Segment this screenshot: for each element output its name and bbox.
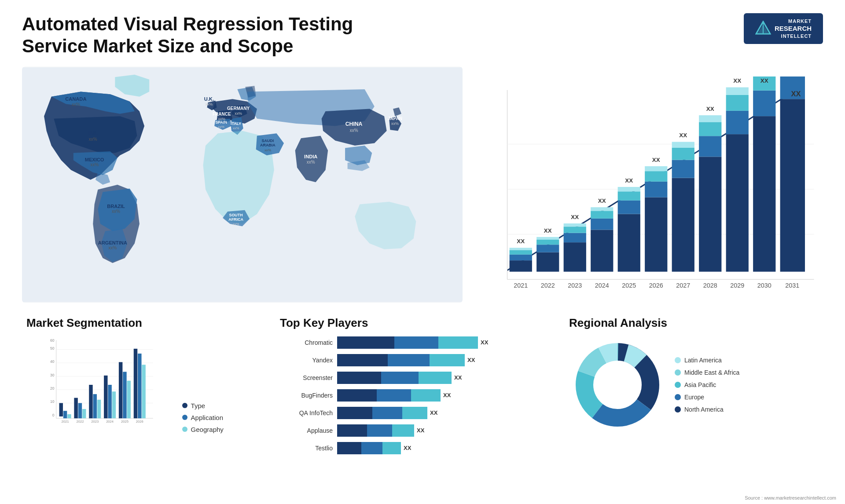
donut-area: Latin America Middle East & Africa Asia …	[569, 336, 832, 433]
svg-text:xx%: xx%	[218, 125, 224, 129]
svg-text:40: 40	[50, 359, 55, 364]
legend-dot-geography	[182, 427, 187, 432]
svg-rect-92	[726, 111, 749, 134]
svg-rect-55	[564, 242, 586, 272]
segmentation-title: Market Segmentation	[26, 316, 258, 330]
svg-text:2023: 2023	[568, 281, 582, 289]
svg-rect-126	[82, 409, 86, 418]
svg-rect-120	[59, 403, 63, 416]
svg-text:20: 20	[50, 386, 55, 391]
source-citation: Source : www.marketresearchintellect.com	[745, 495, 836, 500]
svg-text:xx%: xx%	[350, 128, 358, 133]
svg-text:SAUDI: SAUDI	[262, 139, 274, 143]
svg-rect-63	[591, 211, 613, 218]
svg-rect-87	[699, 122, 721, 136]
svg-rect-80	[672, 160, 694, 178]
svg-rect-61	[591, 230, 613, 271]
svg-rect-68	[618, 201, 640, 214]
svg-rect-74	[645, 182, 667, 197]
svg-text:XX: XX	[517, 238, 525, 245]
svg-text:2027: 2027	[676, 281, 690, 289]
svg-text:2021: 2021	[514, 281, 528, 289]
segmentation-svg: 0 10 20 30 40 50 60	[26, 336, 176, 433]
legend-north-america: North America	[675, 406, 739, 413]
svg-rect-94	[726, 87, 749, 95]
svg-text:GERMANY: GERMANY	[227, 106, 250, 111]
svg-text:CHINA: CHINA	[345, 121, 363, 127]
legend-mea: Middle East & Africa	[675, 369, 739, 376]
svg-rect-91	[726, 134, 749, 272]
bottom-row: Market Segmentation 0 10 20 30 40	[22, 312, 823, 491]
svg-rect-76	[645, 166, 667, 171]
svg-text:60: 60	[50, 338, 55, 342]
player-bar-container: XX	[337, 372, 543, 384]
player-bar	[337, 424, 414, 437]
svg-text:XX: XX	[571, 214, 579, 220]
svg-rect-85	[699, 157, 721, 271]
svg-text:2022: 2022	[541, 281, 555, 289]
player-value: XX	[417, 427, 424, 434]
label-europe: Europe	[684, 394, 704, 401]
svg-rect-43	[510, 260, 532, 272]
player-bar-container: XX	[337, 389, 543, 402]
svg-text:xx%: xx%	[265, 148, 271, 152]
legend-label-geography: Geography	[191, 426, 224, 433]
svg-text:2031: 2031	[785, 281, 799, 289]
player-value: XX	[443, 392, 451, 398]
svg-rect-56	[564, 233, 586, 242]
segmentation-chart-area: 0 10 20 30 40 50 60	[26, 336, 258, 433]
regional-section: Regional Analysis	[560, 312, 841, 491]
segmentation-legend: Type Application Geography	[178, 402, 258, 433]
svg-rect-129	[93, 394, 97, 418]
svg-rect-52	[536, 237, 559, 240]
svg-text:0: 0	[52, 413, 55, 417]
svg-rect-134	[112, 391, 116, 418]
svg-rect-58	[564, 223, 586, 226]
svg-text:2030: 2030	[757, 281, 772, 289]
svg-text:xx%: xx%	[205, 102, 213, 106]
player-bar-container: XX	[337, 336, 543, 349]
svg-rect-49	[536, 252, 559, 271]
player-row: Yandex XX	[280, 354, 543, 366]
svg-text:AFRICA: AFRICA	[228, 217, 243, 222]
player-row: Applause XX	[280, 424, 543, 437]
segmentation-section: Market Segmentation 0 10 20 30 40	[22, 312, 262, 491]
legend-dot-type	[182, 403, 187, 408]
svg-rect-137	[123, 372, 126, 418]
svg-rect-122	[67, 414, 71, 418]
svg-point-149	[595, 363, 639, 407]
svg-rect-82	[672, 142, 694, 147]
svg-rect-140	[134, 349, 137, 418]
svg-text:xx%: xx%	[235, 111, 242, 116]
svg-rect-102	[780, 99, 805, 272]
dot-europe	[675, 394, 681, 400]
player-value: XX	[481, 339, 488, 346]
world-map-svg: CANADA xx% U.S. xx% MEXICO xx% BRAZIL xx…	[22, 66, 463, 303]
svg-rect-93	[726, 95, 749, 111]
logo-box: MARKET RESEARCH INTELLECT	[744, 13, 823, 44]
player-name: Testlio	[280, 445, 333, 452]
player-bar-container: XX	[337, 424, 543, 437]
svg-text:xx%: xx%	[391, 121, 399, 126]
legend-dot-application	[182, 415, 187, 420]
page-header: Automated Visual Regression Testing Serv…	[22, 13, 823, 58]
svg-rect-44	[510, 255, 532, 260]
svg-text:xx%: xx%	[233, 222, 239, 226]
logo-area: MARKET RESEARCH INTELLECT	[744, 13, 823, 44]
svg-text:2028: 2028	[703, 281, 717, 289]
svg-text:2026: 2026	[649, 281, 663, 289]
player-value: XX	[467, 357, 475, 363]
svg-text:10: 10	[50, 399, 55, 404]
svg-rect-130	[97, 399, 101, 418]
player-bar	[337, 442, 401, 454]
legend-type: Type	[182, 402, 258, 409]
svg-text:SPAIN: SPAIN	[215, 120, 227, 124]
label-mea: Middle East & Africa	[684, 369, 739, 376]
svg-text:XX: XX	[679, 132, 687, 139]
legend-europe: Europe	[675, 394, 739, 401]
svg-text:30: 30	[50, 373, 55, 377]
svg-text:FRANCE: FRANCE	[213, 112, 231, 117]
player-bar-container: XX	[337, 407, 543, 419]
regional-legend: Latin America Middle East & Africa Asia …	[675, 357, 739, 413]
player-row: Screenster XX	[280, 372, 543, 384]
